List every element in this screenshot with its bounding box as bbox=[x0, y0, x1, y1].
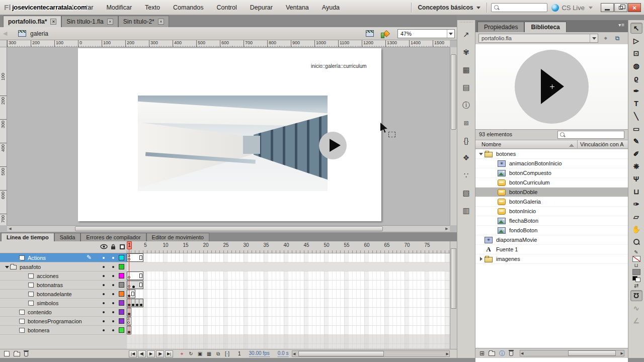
frame-number[interactable]: 1 bbox=[127, 241, 132, 249]
folder-disclosure-icon[interactable] bbox=[478, 151, 485, 156]
loop-button[interactable]: ↻ bbox=[187, 350, 195, 357]
layer-outline-color-swatch[interactable] bbox=[119, 291, 124, 297]
outline-layers-icon[interactable] bbox=[120, 244, 125, 249]
frame-number[interactable]: 5 bbox=[135, 241, 155, 249]
goto-first-frame-button[interactable]: |◀ bbox=[129, 350, 137, 357]
frame-number[interactable]: 25 bbox=[216, 241, 236, 249]
gallery-photo[interactable] bbox=[138, 96, 328, 191]
step-forward-button[interactable]: |▶ bbox=[156, 350, 164, 357]
new-library-panel-icon[interactable]: ⧉ bbox=[613, 35, 621, 42]
tab-close-icon[interactable]: × bbox=[107, 19, 113, 25]
layer-visibility-dot[interactable] bbox=[103, 284, 105, 286]
play-button[interactable]: ▶ bbox=[147, 350, 155, 357]
panel-tab[interactable]: Propiedades bbox=[477, 22, 524, 32]
folder-disclosure-icon[interactable] bbox=[5, 265, 10, 269]
text-tool[interactable]: T bbox=[630, 98, 642, 109]
layer-outline-color-swatch[interactable] bbox=[119, 282, 124, 288]
menu-item[interactable]: Ventana bbox=[279, 0, 315, 15]
tab-close-icon[interactable]: × bbox=[158, 19, 164, 25]
frame-number[interactable]: 70 bbox=[397, 241, 417, 249]
swatches-panel-icon[interactable]: ▦ bbox=[460, 64, 473, 76]
menu-item[interactable]: Control bbox=[210, 0, 243, 15]
goto-last-frame-button[interactable]: ▶| bbox=[165, 350, 173, 357]
library-item[interactable]: fondoBoton bbox=[475, 226, 628, 235]
history-panel-icon[interactable]: ▥ bbox=[460, 205, 473, 217]
playhead-line[interactable] bbox=[129, 249, 129, 335]
name-column-header[interactable]: Nombre bbox=[481, 141, 501, 147]
layer-visibility-dot[interactable] bbox=[103, 329, 105, 331]
new-folder-button[interactable] bbox=[489, 351, 495, 356]
tab-close-icon[interactable]: × bbox=[50, 19, 56, 25]
show-hide-layers-icon[interactable] bbox=[100, 244, 108, 251]
edit-multiple-frames-button[interactable]: ⧉ bbox=[214, 350, 222, 357]
paint-bucket-tool[interactable]: ⊔ bbox=[630, 186, 642, 197]
fill-color-swatch[interactable] bbox=[632, 269, 640, 275]
library-item[interactable]: ✳ animacionBotonInicio bbox=[475, 159, 628, 168]
straighten-tool[interactable]: ∠ bbox=[630, 315, 642, 326]
library-search-input[interactable] bbox=[557, 131, 624, 139]
color-panel-icon[interactable]: ✾ bbox=[460, 46, 473, 58]
frame-number[interactable]: 35 bbox=[256, 241, 276, 249]
delete-item-button[interactable] bbox=[509, 351, 513, 356]
brush-tool[interactable]: ✐ bbox=[630, 148, 642, 159]
frame-number[interactable]: 20 bbox=[196, 241, 216, 249]
timeline-horizontal-scrollbar[interactable]: ◀ ▶ bbox=[292, 350, 450, 357]
menu-item[interactable]: Comandos bbox=[167, 0, 210, 15]
frame-number[interactable]: 65 bbox=[377, 241, 397, 249]
app-search-input[interactable] bbox=[491, 3, 547, 12]
mini-inspector-panel-icon[interactable]: ↗ bbox=[460, 29, 473, 41]
info-panel-icon[interactable]: ⓘ bbox=[460, 99, 473, 111]
layer-lock-dot[interactable] bbox=[112, 320, 114, 322]
selection-tool[interactable]: ↖ bbox=[630, 23, 642, 34]
layer-lock-dot[interactable] bbox=[112, 302, 114, 304]
document-tab[interactable]: portafolio.fla* × bbox=[3, 16, 61, 27]
timeline-layer-row[interactable]: simbolos ✎ bbox=[0, 299, 127, 308]
library-document-select[interactable]: portafolio.fla bbox=[478, 34, 598, 43]
code-snippets-panel-icon[interactable]: {} bbox=[460, 134, 473, 146]
menu-item[interactable]: Texto bbox=[138, 0, 167, 15]
document-tab[interactable]: Sin título-2* × bbox=[118, 16, 169, 27]
new-folder-button[interactable] bbox=[14, 352, 20, 356]
scrollbar-thumb[interactable] bbox=[451, 248, 456, 309]
back-arrow-icon[interactable]: ◀ bbox=[3, 30, 7, 37]
library-item[interactable]: botonInicio bbox=[475, 207, 628, 216]
lock-layers-icon[interactable] bbox=[110, 244, 116, 251]
timeline-layer-row[interactable]: acciones ✎ bbox=[0, 272, 127, 281]
modify-markers-button[interactable]: [·] bbox=[223, 350, 231, 357]
frame-number[interactable]: 30 bbox=[236, 241, 256, 249]
onion-skin-button[interactable]: ▣ bbox=[196, 350, 204, 357]
frame-number[interactable]: 40 bbox=[276, 241, 296, 249]
library-item[interactable]: ✳ diaporamaMovie bbox=[475, 235, 628, 245]
layer-lock-dot[interactable] bbox=[112, 275, 114, 277]
onion-skin-outlines-button[interactable]: ▦ bbox=[205, 350, 213, 357]
linkage-column-header[interactable]: Vinculación con A bbox=[580, 141, 624, 147]
timeline-layer-row[interactable]: contenido ✎ bbox=[0, 308, 127, 317]
timeline-tab[interactable]: Salida bbox=[54, 233, 81, 241]
center-frame-button[interactable]: ⌖ bbox=[178, 350, 186, 357]
step-back-button[interactable]: ◀| bbox=[138, 350, 146, 357]
timeline-layer-row[interactable]: botonatras ✎ bbox=[0, 281, 127, 290]
3d-rotation-tool[interactable]: ◍ bbox=[630, 60, 642, 71]
library-column-header[interactable]: Nombre Vinculación con A bbox=[475, 140, 628, 149]
timeline-tab[interactable]: Línea de tiempo bbox=[1, 233, 54, 241]
motion-presets-panel-icon[interactable]: ∵ bbox=[460, 169, 473, 182]
subselection-tool[interactable]: ▷ bbox=[630, 35, 642, 46]
item-properties-button[interactable]: ⓘ bbox=[499, 350, 505, 356]
free-transform-tool[interactable]: ⊡ bbox=[630, 48, 642, 59]
timeline-tab[interactable]: Errores de compilador bbox=[80, 233, 146, 241]
frame-number[interactable]: 50 bbox=[316, 241, 337, 249]
scrollbar-thumb[interactable] bbox=[568, 350, 616, 356]
timeline-vertical-scrollbar[interactable] bbox=[450, 241, 457, 349]
black-white-button[interactable] bbox=[632, 276, 640, 282]
library-item[interactable]: botones bbox=[475, 149, 628, 159]
frame-grid[interactable]: a bbox=[127, 253, 450, 349]
elapsed-time-value[interactable]: 0.0 s bbox=[278, 350, 289, 357]
minimize-button[interactable] bbox=[601, 3, 614, 12]
components-panel-icon[interactable]: ❖ bbox=[460, 152, 473, 164]
column-divider[interactable] bbox=[577, 140, 578, 149]
scrollbar-thumb[interactable] bbox=[298, 351, 384, 356]
snap-to-objects-tool[interactable]: Ω bbox=[630, 290, 642, 301]
timeline-layer-row[interactable]: pasafoto ✎ bbox=[0, 262, 127, 272]
chevron-down-icon[interactable] bbox=[589, 7, 593, 9]
library-item[interactable]: A Fuente 1 bbox=[475, 245, 628, 254]
